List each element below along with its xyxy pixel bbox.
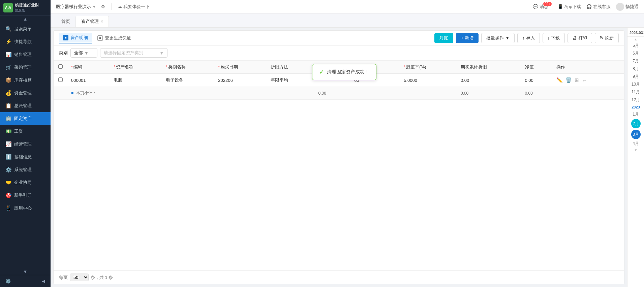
sidebar-item-label: 系统管理 (14, 167, 32, 173)
subtab-asset-detail[interactable]: ■ 资产明细 (59, 33, 92, 43)
download-button[interactable]: ↓ 下载 (543, 33, 565, 43)
cal-month-9[interactable]: 9月 (627, 73, 644, 81)
refresh-label: 刷新 (605, 35, 614, 41)
cal-month-7[interactable]: 7月 (627, 57, 644, 65)
sidebar-item-search[interactable]: 🔍 搜索菜单 (0, 23, 51, 35)
reconcile-button[interactable]: 对账 (434, 33, 453, 43)
category-type-value: 全部 (74, 50, 83, 56)
subtab-change-voucher[interactable]: ■ 变更生成凭证 (93, 33, 135, 43)
topbar-gear-icon[interactable]: ⚙ (101, 4, 105, 10)
select-all-checkbox[interactable] (58, 64, 63, 69)
batch-button[interactable]: 批量操作 ▼ (481, 33, 515, 43)
inventory-icon: 📦 (5, 77, 11, 83)
sidebar-item-wages[interactable]: 💵 工资 (0, 125, 51, 138)
main-content: ■ 资产明细 ■ 变更生成凭证 对账 + 新增 (51, 28, 627, 287)
sidebar-item-guide[interactable]: 🎯 新手引导 (0, 189, 51, 202)
tabbar: 首页 资产管理 × (51, 13, 644, 28)
service-button[interactable]: 🎧 在线客服 (586, 4, 611, 10)
filter-row: 类别 全部 ▼ 请选择固定资产类别 ▼ (54, 45, 624, 61)
more-icon[interactable]: ↔ (582, 77, 587, 83)
cal-month-8[interactable]: 8月 (627, 65, 644, 73)
cal-month-12[interactable]: 12月 (627, 96, 644, 104)
subtotal-row: ■ 本页小计： 0.00 0.00 0.00 (54, 87, 624, 100)
cal-month-3[interactable]: 3月 (631, 130, 641, 139)
quick-nav-icon: ⚡ (5, 39, 11, 45)
cal-month-4[interactable]: 4月 (627, 140, 644, 148)
wages-icon: 💵 (5, 128, 11, 134)
sidebar-item-quick-nav[interactable]: ⚡ 快捷导航 (0, 35, 51, 48)
cal-month-2[interactable]: 2月 (631, 119, 641, 128)
new-button[interactable]: + 新增 (456, 33, 479, 43)
cell-category: 电子设备 (162, 74, 214, 87)
sidebar-scroll-down[interactable]: ▼ (0, 268, 51, 275)
sidebar-logo: AtA 畅捷通好业财 普及版 (0, 0, 51, 16)
cell-purchase-date: 202206 (214, 74, 266, 87)
app-download-button[interactable]: 📱 App下载 (558, 4, 581, 10)
company-title: 医疗器械行业演示 ▼ (56, 4, 96, 10)
sidebar-item-fixed-assets[interactable]: 🏢 固定资产 (0, 112, 51, 125)
sidebar-item-basic-info[interactable]: ℹ️ 基础信息 (0, 151, 51, 163)
cal-month-5[interactable]: 5月 (627, 42, 644, 50)
sidebar-item-label: 应用中心 (14, 205, 32, 211)
system-icon: ⚙️ (5, 167, 11, 173)
sidebar-item-fund[interactable]: 💰 资金管理 (0, 87, 51, 99)
experience-label: 我要体验一下 (123, 4, 150, 10)
cal-month-6[interactable]: 6月 (627, 50, 644, 57)
purchase-icon: 🛒 (5, 64, 11, 70)
th-net-value: 净值 (521, 61, 552, 74)
calendar-up-arrow[interactable]: ▲ (634, 37, 638, 42)
message-badge: 99+ (543, 2, 552, 6)
cal-month-11[interactable]: 11月 (627, 88, 644, 96)
sidebar-item-purchase[interactable]: 🛒 采购管理 (0, 61, 51, 74)
subtotal-label-cell: ■ 本页小计： (67, 87, 314, 100)
experience-button[interactable]: ☁ 我要体验一下 (118, 4, 150, 10)
sidebar-settings-button[interactable]: ⚙️ (0, 275, 16, 287)
export-button[interactable]: ↑ 导入 (517, 33, 540, 43)
message-button[interactable]: 💬 消息 99+ (533, 4, 548, 10)
sidebar-nav: 🔍 搜索菜单 ⚡ 快捷导航 📊 销售管理 🛒 采购管理 📦 库存核算 💰 资金管… (0, 23, 51, 268)
cal-month-1[interactable]: 1月 (627, 110, 644, 118)
sidebar-item-operations[interactable]: 📈 经营管理 (0, 138, 51, 151)
delete-icon[interactable]: 🗑️ (565, 77, 572, 83)
cal-month-10[interactable]: 10月 (627, 81, 644, 88)
sidebar-scroll-up[interactable]: ▲ (0, 16, 51, 23)
company-dropdown-icon[interactable]: ▼ (92, 5, 96, 9)
cell-depr-method: 年限平均 (267, 74, 314, 87)
download-label: 下载 (551, 35, 560, 41)
sidebar-item-sales[interactable]: 📊 销售管理 (0, 48, 51, 61)
tab-asset-mgmt[interactable]: 资产管理 × (75, 16, 109, 27)
per-page-select[interactable]: 50 100 (70, 274, 89, 281)
subtotal-label: 本页小计： (76, 91, 96, 95)
sidebar-item-label: 固定资产 (14, 116, 32, 122)
total-label: 条，共 1 条 (91, 275, 113, 281)
sidebar-item-label: 经营管理 (14, 141, 32, 147)
topbar-right: 💬 消息 99+ 📱 App下载 🎧 在线客服 畅捷通 (533, 3, 639, 11)
sidebar-item-app-center[interactable]: 📱 应用中心 (0, 202, 51, 215)
cell-action: ✏️ 🗑️ ⊞ ↔ (552, 74, 624, 87)
sidebar-item-ledger[interactable]: 📋 总账管理 (0, 99, 51, 112)
subtotal-empty4 (552, 87, 624, 100)
calendar-year: 2023.03 (630, 31, 643, 35)
edit-icon[interactable]: ✏️ (556, 77, 563, 83)
table-wrap: ✓ 清理固定资产成功！ *编码 *资产名称 *类别名称 (54, 61, 624, 270)
sidebar-item-label: 快捷导航 (14, 39, 32, 45)
tab-close-icon[interactable]: × (101, 19, 103, 24)
refresh-button[interactable]: ↻ 刷新 (595, 33, 619, 43)
copy-icon[interactable]: ⊞ (575, 77, 579, 83)
category-type-arrow: ▼ (84, 51, 89, 56)
category-filter-label: 类别 (59, 50, 68, 56)
sidebar-item-system[interactable]: ⚙️ 系统管理 (0, 163, 51, 176)
user-button[interactable]: 畅捷通 (616, 3, 639, 11)
tab-home[interactable]: 首页 (56, 16, 75, 27)
calendar-down-arrow[interactable]: ▼ (634, 148, 638, 153)
sidebar-item-inventory[interactable]: 📦 库存核算 (0, 74, 51, 87)
print-button[interactable]: 🖨 打印 (568, 33, 592, 43)
sidebar-item-enterprise[interactable]: 🤝 企业协同 (0, 176, 51, 189)
toast-message: 清理固定资产成功！ (327, 69, 369, 75)
category-input[interactable]: 请选择固定资产类别 ▼ (100, 48, 167, 58)
category-type-select[interactable]: 全部 ▼ (70, 48, 97, 58)
export-label: 导入 (526, 35, 535, 41)
row-checkbox[interactable] (58, 77, 63, 82)
sidebar-collapse-button[interactable]: ◀ (36, 275, 51, 287)
sidebar-item-label: 资金管理 (14, 90, 32, 96)
